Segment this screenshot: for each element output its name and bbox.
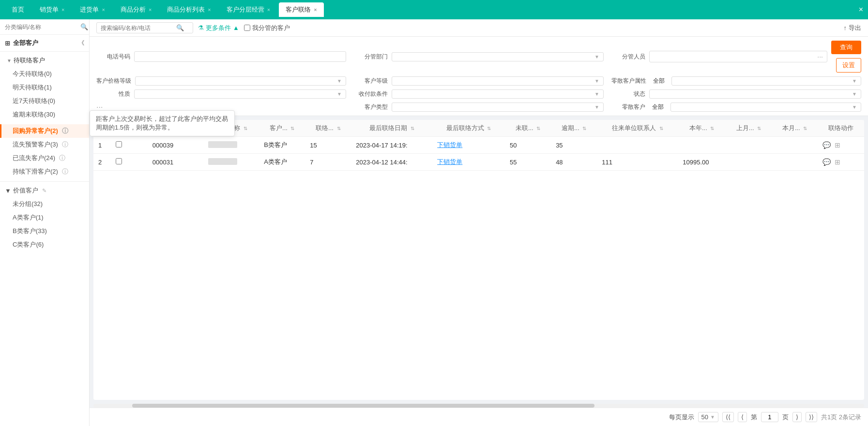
page-input[interactable] bbox=[761, 412, 778, 422]
sidebar-item-overdue[interactable]: 逾期未联络(30) bbox=[0, 108, 89, 121]
row-checkbox-2[interactable] bbox=[116, 158, 122, 164]
filter-dept-label: 分管部门 bbox=[354, 53, 388, 61]
th-this-month[interactable]: 本月... ⇅ bbox=[772, 120, 818, 137]
sort-contact-icon: ⇅ bbox=[337, 126, 341, 131]
filter-gender-label: 性质 bbox=[96, 90, 130, 98]
sidebar-item-today[interactable]: 今天待联络(0) bbox=[0, 67, 89, 81]
info-icon-repurchase: ⓘ bbox=[62, 127, 68, 134]
th-not-contact[interactable]: 未联... ⇅ bbox=[505, 120, 551, 137]
filter-phone-row: 电话号码 bbox=[96, 41, 346, 73]
close-tab-analysis[interactable]: × bbox=[149, 7, 152, 13]
cell-not-contact-2: 55 bbox=[505, 154, 551, 171]
horizontal-scrollbar[interactable] bbox=[93, 404, 864, 408]
cell-last-contact-method-1: 下销货单 bbox=[432, 137, 505, 154]
tab-analysis[interactable]: 商品分析 × bbox=[114, 2, 158, 17]
table-row: 1 000039 B类客户 15 2023-04-17 14:19: bbox=[93, 137, 864, 154]
pending-contact-group: ▼ 待联络客户 今天待联络(0) 明天待联络(1) 近7天待联络(0) 逾期未联… bbox=[0, 52, 89, 123]
close-tab-customer-contact[interactable]: × bbox=[314, 7, 317, 13]
tab-analysis-list[interactable]: 商品分析列表 × bbox=[160, 2, 217, 17]
sidebar-collapse-btn[interactable]: 《 bbox=[78, 39, 84, 47]
filter-gender-select[interactable]: ▼ bbox=[134, 89, 346, 99]
tab-sales[interactable]: 销货单 × bbox=[33, 2, 71, 17]
th-overdue[interactable]: 逾期... ⇅ bbox=[551, 120, 597, 137]
row-checkbox-1[interactable] bbox=[116, 141, 122, 147]
filter-customer-type-select[interactable]: ▼ bbox=[392, 103, 604, 112]
th-contact[interactable]: 联络... ⇅ bbox=[305, 120, 351, 137]
th-action: 联络动作 bbox=[818, 120, 864, 137]
value-customer-group-header[interactable]: ▼ 价值客户 ✎ bbox=[0, 184, 89, 197]
sidebar-item-type-b[interactable]: B类客户(33) bbox=[0, 224, 89, 238]
cell-contact-2: 7 bbox=[305, 154, 351, 171]
filter-more-btn[interactable]: ⚗ 更多条件 ▲ bbox=[198, 24, 239, 32]
filter-manager-input[interactable]: ··· bbox=[649, 51, 827, 62]
scroll-thumb[interactable] bbox=[132, 404, 594, 408]
sort-unit-contact-icon: ⇅ bbox=[659, 126, 663, 131]
sidebar-search-input[interactable] bbox=[5, 24, 77, 30]
phone-input[interactable] bbox=[138, 53, 342, 60]
first-page-btn[interactable]: ⟨⟨ bbox=[722, 412, 734, 422]
close-tab-purchase[interactable]: × bbox=[102, 7, 105, 13]
filter-phone-input[interactable] bbox=[134, 51, 346, 62]
edit-icon[interactable]: ✎ bbox=[42, 188, 46, 194]
sidebar-item-ungrouped[interactable]: 未分组(32) bbox=[0, 197, 89, 211]
th-category[interactable]: 客户... ⇅ bbox=[259, 120, 305, 137]
grid-action-icon-2[interactable]: ⊞ bbox=[835, 158, 840, 166]
filter-status-select[interactable]: ▼ bbox=[649, 89, 861, 99]
manager-input[interactable] bbox=[654, 53, 815, 60]
setting-button[interactable]: 设置 bbox=[836, 58, 861, 73]
filter-search-input[interactable] bbox=[101, 25, 173, 31]
filter-retail-customer-select[interactable]: ▼ bbox=[670, 103, 861, 112]
close-tab-sales[interactable]: × bbox=[61, 7, 64, 13]
th-unit-contact[interactable]: 往来单位联系人 ⇅ bbox=[597, 120, 678, 137]
query-button[interactable]: 查询 bbox=[831, 41, 861, 54]
customer-type-chevron: ▼ bbox=[594, 104, 599, 110]
tab-home[interactable]: 首页 bbox=[5, 2, 31, 17]
sidebar-item-type-c[interactable]: C类客户(6) bbox=[0, 238, 89, 251]
next-page-btn[interactable]: ⟩ bbox=[792, 412, 802, 422]
last-method-link-1[interactable]: 下销货单 bbox=[437, 141, 462, 148]
th-last-contact-method[interactable]: 最后联络方式 ⇅ bbox=[432, 120, 505, 137]
prev-page-btn[interactable]: ⟨ bbox=[738, 412, 747, 422]
last-method-link-2[interactable]: 下销货单 bbox=[437, 158, 462, 165]
chat-icon-1[interactable]: 💬 bbox=[822, 141, 831, 149]
filter-retail-attr-select[interactable]: ▼ bbox=[671, 76, 861, 86]
export-btn[interactable]: ↑ 导出 bbox=[844, 24, 862, 32]
close-tab-analysis-list[interactable]: × bbox=[208, 7, 211, 13]
sort-overdue-icon: ⇅ bbox=[582, 126, 586, 131]
page-label: 第 bbox=[751, 413, 757, 422]
close-tab-customer-segment[interactable]: × bbox=[267, 7, 270, 13]
sidebar-item-tomorrow[interactable]: 明天待联络(1) bbox=[0, 81, 89, 94]
content-area: 🔍 ⚗ 更多条件 ▲ 我分管的客户 ↑ 导出 电话号码 bbox=[90, 19, 868, 426]
last-page-btn[interactable]: ⟩⟩ bbox=[806, 412, 817, 422]
filter-customer-level-select[interactable]: ▼ bbox=[392, 76, 604, 86]
sidebar-divider bbox=[0, 181, 89, 182]
filter-dept-select[interactable]: ▼ bbox=[392, 52, 604, 61]
sidebar-item-7days[interactable]: 近7天待联络(0) bbox=[0, 94, 89, 108]
pending-contact-title[interactable]: ▼ 待联络客户 bbox=[0, 54, 89, 67]
tab-customer-contact[interactable]: 客户联络 × bbox=[279, 2, 323, 17]
all-customers-title[interactable]: ⊞ 全部客户 《 bbox=[0, 35, 89, 52]
tab-customer-segment[interactable]: 客户分层经营 × bbox=[220, 2, 277, 17]
manager-ellipsis[interactable]: ··· bbox=[817, 53, 823, 60]
sort-name-icon: ⇅ bbox=[244, 126, 247, 131]
sidebar-item-churned[interactable]: 已流失客户(24) ⓘ bbox=[0, 151, 89, 165]
th-last-contact-date[interactable]: 最后联络日期 ⇅ bbox=[351, 120, 432, 137]
table-row: 2 000031 A类客户 7 2023-04-12 14:44: bbox=[93, 154, 864, 171]
th-last-month[interactable]: 上月... ⇅ bbox=[726, 120, 772, 137]
tab-purchase[interactable]: 进货单 × bbox=[73, 2, 111, 17]
close-all-tabs[interactable]: × bbox=[859, 5, 863, 14]
filter-payment-select[interactable]: ▼ bbox=[392, 89, 604, 99]
filter-price-level-select[interactable]: ▼ bbox=[135, 76, 346, 86]
sidebar-item-type-a[interactable]: A类客户(1) bbox=[0, 211, 89, 224]
filter-search-icon[interactable]: 🔍 bbox=[176, 24, 184, 31]
per-page-select[interactable]: 50 ▼ bbox=[698, 412, 718, 422]
grid-action-icon-1[interactable]: ⊞ bbox=[835, 141, 840, 149]
my-customers-checkbox-wrap: 我分管的客户 bbox=[244, 24, 290, 32]
chat-icon-2[interactable]: 💬 bbox=[822, 158, 831, 166]
sidebar-item-churn-warning[interactable]: 流失预警客户(3) ⓘ bbox=[0, 138, 89, 151]
my-customers-checkbox[interactable] bbox=[244, 25, 250, 31]
sidebar-item-repurchase-anomaly[interactable]: 回购异常客户(2) ⓘ bbox=[0, 124, 89, 138]
sidebar-item-declining[interactable]: 持续下滑客户(2) ⓘ bbox=[0, 165, 89, 178]
th-this-year[interactable]: 本年... ⇅ bbox=[678, 120, 726, 137]
sidebar-search-icon[interactable]: 🔍 bbox=[80, 23, 88, 30]
